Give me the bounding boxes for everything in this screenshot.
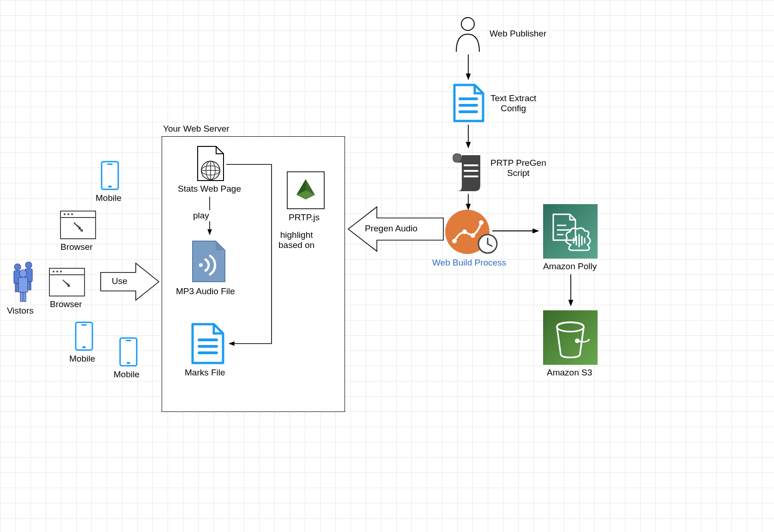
svg-rect-28: [120, 338, 137, 366]
svg-rect-16: [60, 211, 96, 218]
svg-rect-26: [81, 324, 87, 326]
highlight-connector: [222, 161, 323, 355]
svg-rect-12: [102, 162, 118, 189]
visitors-icon: [8, 262, 41, 304]
svg-point-17: [64, 213, 66, 215]
web-publisher-label: Web Publisher: [490, 29, 546, 39]
mobile-label-2: Mobile: [69, 354, 95, 364]
svg-point-56: [479, 220, 484, 225]
mobile-label-3: Mobile: [114, 369, 139, 380]
web-server-title: Your Web Server: [163, 124, 230, 134]
mobile-icon-2: [75, 321, 93, 351]
svg-point-40: [461, 18, 474, 30]
amazon-s3-label: Amazon S3: [547, 368, 592, 378]
svg-rect-9: [18, 278, 28, 292]
svg-rect-11: [24, 292, 26, 302]
svg-point-8: [19, 270, 27, 277]
marks-icon: [191, 322, 225, 365]
svg-rect-13: [107, 163, 113, 165]
web-build-label: Web Build Process: [432, 258, 506, 268]
mobile-icon-3: [119, 337, 138, 367]
text-extract-icon: [453, 83, 485, 123]
stats-page-icon: [197, 145, 224, 181]
prtp-script-label: PRTP PreGen Script: [490, 158, 546, 178]
svg-point-0: [14, 264, 21, 270]
svg-rect-27: [82, 346, 86, 348]
browser-icon-1: [60, 211, 96, 239]
mp3-icon: [192, 240, 226, 283]
svg-point-55: [471, 233, 475, 238]
amazon-polly-label: Amazon Polly: [543, 261, 597, 272]
web-publisher-icon: [454, 17, 482, 53]
use-label: Use: [112, 276, 127, 286]
arrow-build-polly: [491, 226, 542, 236]
svg-rect-2: [15, 284, 17, 292]
browser-label-1: Browser: [60, 242, 93, 252]
highlight-label: highlight based on: [278, 230, 314, 250]
arrow-text-script: [464, 124, 473, 151]
amazon-polly-icon: [543, 204, 598, 259]
svg-point-19: [71, 213, 73, 215]
pregen-label: Pregen Audio: [365, 224, 417, 234]
svg-point-54: [462, 230, 467, 234]
use-arrow: [100, 262, 160, 301]
svg-point-47: [453, 154, 461, 162]
prtp-script-icon: [451, 151, 487, 193]
svg-point-4: [25, 262, 32, 268]
svg-point-53: [452, 239, 457, 243]
svg-point-35: [199, 263, 203, 267]
marks-label: Marks File: [185, 368, 225, 378]
play-label: play: [191, 210, 211, 221]
svg-rect-30: [127, 362, 130, 364]
arrow-polly-s3: [566, 273, 575, 309]
svg-rect-7: [29, 282, 31, 290]
arrow-pub-text: [464, 54, 473, 82]
amazon-s3-icon: [543, 310, 598, 365]
svg-point-22: [53, 271, 54, 272]
svg-point-23: [56, 271, 58, 272]
browser-label-2: Browser: [50, 299, 82, 309]
text-extract-label: Text Extract Config: [490, 93, 536, 114]
browser-icon-2: [49, 268, 85, 296]
svg-rect-25: [76, 322, 92, 350]
mobile-label-1: Mobile: [96, 193, 121, 203]
svg-rect-10: [20, 292, 23, 302]
svg-point-18: [67, 213, 69, 215]
svg-rect-29: [126, 340, 131, 341]
svg-point-24: [60, 271, 62, 272]
mobile-icon-1: [101, 161, 119, 190]
svg-rect-14: [108, 186, 112, 187]
visitors-label: Vistors: [7, 306, 34, 316]
svg-rect-21: [49, 268, 85, 275]
